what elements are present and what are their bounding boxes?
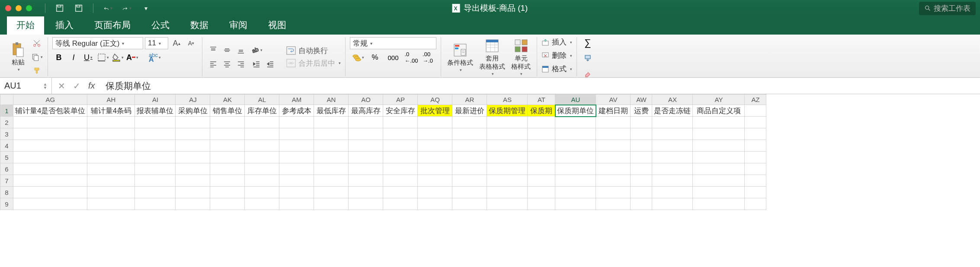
cell-AJ5[interactable] xyxy=(176,152,210,163)
cell-AR8[interactable] xyxy=(452,187,487,198)
cell-AX7[interactable] xyxy=(652,175,693,187)
cell-AW3[interactable] xyxy=(631,128,652,140)
maximize-window[interactable] xyxy=(26,5,32,11)
cell-AY3[interactable] xyxy=(693,128,745,140)
col-header-AN[interactable]: AN xyxy=(314,95,349,105)
decrease-font-button[interactable]: A▾ xyxy=(185,38,198,49)
cell-AT4[interactable] xyxy=(528,140,555,152)
bold-button[interactable]: B xyxy=(52,52,65,63)
cell-AH6[interactable] xyxy=(87,163,135,175)
cell-AU1[interactable]: 保质期单位 xyxy=(555,105,596,117)
cut-button[interactable] xyxy=(30,38,43,49)
cell-AH3[interactable] xyxy=(87,128,135,140)
cell-AO7[interactable] xyxy=(349,175,383,187)
cell-AV4[interactable] xyxy=(596,140,631,152)
row-header-7[interactable]: 7 xyxy=(0,175,13,187)
cell-AM6[interactable] xyxy=(279,163,314,175)
cell-AI9[interactable] xyxy=(135,198,176,210)
cell-AZ3[interactable] xyxy=(745,128,766,140)
cell-AZ1[interactable] xyxy=(745,105,766,117)
align-right-button[interactable] xyxy=(234,58,247,70)
cell-AW8[interactable] xyxy=(631,187,652,198)
cell-AM8[interactable] xyxy=(279,187,314,198)
increase-decimal-button[interactable]: .0←.00 xyxy=(404,52,419,63)
cell-AP6[interactable] xyxy=(383,163,418,175)
cell-AL1[interactable]: 库存单位 xyxy=(245,105,279,117)
col-header-AJ[interactable]: AJ xyxy=(176,95,210,105)
cell-AU2[interactable] xyxy=(555,117,596,128)
cell-AG4[interactable] xyxy=(13,140,87,152)
cell-AQ8[interactable] xyxy=(418,187,452,198)
cell-AZ7[interactable] xyxy=(745,175,766,187)
cell-AG1[interactable]: 辅计量4是否包装单位 xyxy=(13,105,87,117)
fill-button[interactable] xyxy=(581,53,594,64)
cell-AJ8[interactable] xyxy=(176,187,210,198)
cell-AY8[interactable] xyxy=(693,187,745,198)
cell-AP7[interactable] xyxy=(383,175,418,187)
col-header-AI[interactable]: AI xyxy=(135,95,176,105)
cell-AI3[interactable] xyxy=(135,128,176,140)
increase-font-button[interactable]: A▴ xyxy=(170,38,183,49)
cell-AK9[interactable] xyxy=(210,198,245,210)
cell-AJ7[interactable] xyxy=(176,175,210,187)
cell-AS9[interactable] xyxy=(487,198,528,210)
cell-AL2[interactable] xyxy=(245,117,279,128)
clear-button[interactable] xyxy=(581,68,594,79)
namebox-stepper[interactable]: ▲▼ xyxy=(43,83,47,89)
cell-AZ8[interactable] xyxy=(745,187,766,198)
cancel-formula-button[interactable]: ✕ xyxy=(58,81,65,91)
tab-data[interactable]: 数据 xyxy=(181,16,218,35)
cell-AR7[interactable] xyxy=(452,175,487,187)
name-box[interactable]: AU1 ▲▼ xyxy=(0,78,52,94)
col-header-AO[interactable]: AO xyxy=(349,95,383,105)
delete-cells-button[interactable]: 删除▾ xyxy=(541,51,572,60)
cell-AN9[interactable] xyxy=(314,198,349,210)
cell-AG3[interactable] xyxy=(13,128,87,140)
cell-AT2[interactable] xyxy=(528,117,555,128)
cell-AM9[interactable] xyxy=(279,198,314,210)
cell-AM5[interactable] xyxy=(279,152,314,163)
cell-AS3[interactable] xyxy=(487,128,528,140)
cell-AV2[interactable] xyxy=(596,117,631,128)
cell-AP5[interactable] xyxy=(383,152,418,163)
cell-AX8[interactable] xyxy=(652,187,693,198)
cell-AO3[interactable] xyxy=(349,128,383,140)
cell-AN5[interactable] xyxy=(314,152,349,163)
col-header-AT[interactable]: AT xyxy=(528,95,555,105)
cell-AH5[interactable] xyxy=(87,152,135,163)
cell-AL7[interactable] xyxy=(245,175,279,187)
cell-AR2[interactable] xyxy=(452,117,487,128)
cell-AZ4[interactable] xyxy=(745,140,766,152)
align-bottom-button[interactable] xyxy=(234,44,247,56)
cell-AJ2[interactable] xyxy=(176,117,210,128)
cell-AN4[interactable] xyxy=(314,140,349,152)
cell-AM2[interactable] xyxy=(279,117,314,128)
cell-AL8[interactable] xyxy=(245,187,279,198)
cell-AO6[interactable] xyxy=(349,163,383,175)
font-name-select[interactable]: 等线 Regular (正文)▾ xyxy=(52,37,143,49)
spreadsheet-grid[interactable]: AGAHAIAJAKALAMANAOAPAQARASATAUAVAWAXAYAZ… xyxy=(0,94,980,210)
cell-AY9[interactable] xyxy=(693,198,745,210)
cell-AV7[interactable] xyxy=(596,175,631,187)
cell-AZ5[interactable] xyxy=(745,152,766,163)
col-header-AP[interactable]: AP xyxy=(383,95,418,105)
formula-input[interactable]: 保质期单位 xyxy=(101,80,980,92)
cell-AV9[interactable] xyxy=(596,198,631,210)
cell-AI2[interactable] xyxy=(135,117,176,128)
align-center-button[interactable] xyxy=(221,58,234,70)
col-header-AX[interactable]: AX xyxy=(652,95,693,105)
cell-AM1[interactable]: 参考成本 xyxy=(279,105,314,117)
cell-AX6[interactable] xyxy=(652,163,693,175)
cell-AX2[interactable] xyxy=(652,117,693,128)
cell-AN3[interactable] xyxy=(314,128,349,140)
col-header-AR[interactable]: AR xyxy=(452,95,487,105)
col-header-AW[interactable]: AW xyxy=(631,95,652,105)
customize-qat-icon[interactable]: ▾ xyxy=(141,3,151,13)
cell-AT1[interactable]: 保质期 xyxy=(528,105,555,117)
cell-AL3[interactable] xyxy=(245,128,279,140)
tab-layout[interactable]: 页面布局 xyxy=(85,16,140,35)
cell-AO1[interactable]: 最高库存 xyxy=(349,105,383,117)
cell-AQ4[interactable] xyxy=(418,140,452,152)
cell-AT5[interactable] xyxy=(528,152,555,163)
font-size-select[interactable]: 11▾ xyxy=(145,37,168,49)
